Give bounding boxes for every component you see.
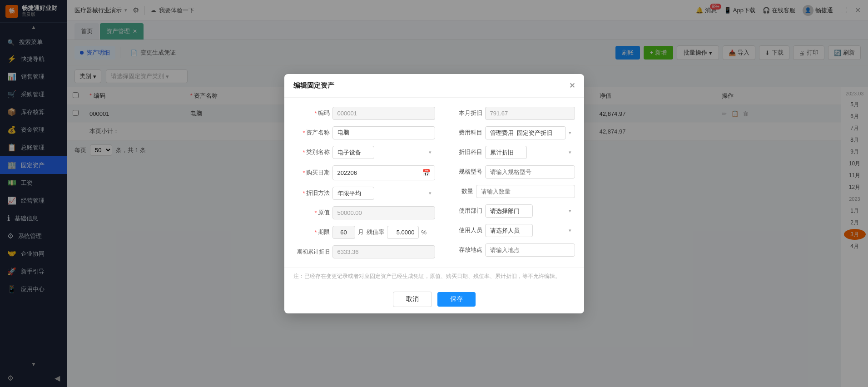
main-content: 医疗器械行业演示 ▾ ⚙ ☁ 我要体验一下 🔔 消息 99+ 📱 App下载 🎧… bbox=[67, 0, 868, 387]
code-label: 编码 bbox=[314, 109, 329, 117]
residual-rate-input[interactable] bbox=[387, 226, 419, 239]
monthly-dep-label: 本月折旧 bbox=[459, 109, 482, 117]
person-select[interactable]: 请选择人员 bbox=[485, 224, 533, 237]
field-quantity: 数量 bbox=[446, 185, 575, 198]
field-location: 存放地点 bbox=[446, 243, 575, 257]
expense-account-select[interactable]: 管理费用_固定资产折旧 bbox=[485, 126, 566, 139]
field-purchase-date: 购买日期 📅 bbox=[293, 165, 435, 180]
name-label: 资产名称 bbox=[303, 129, 329, 137]
field-department: 使用部门 请选择部门 ▾ bbox=[446, 204, 575, 218]
dep-account-arrow: ▾ bbox=[569, 149, 571, 155]
field-initial-dep: 期初累计折旧 bbox=[293, 245, 435, 258]
calendar-icon[interactable]: 📅 bbox=[418, 166, 435, 180]
dep-method-select[interactable]: 年限平均 bbox=[332, 187, 374, 200]
modal-footer: 取消 保存 bbox=[284, 285, 584, 313]
person-label: 使用人员 bbox=[459, 226, 482, 234]
category-select[interactable]: 电子设备 bbox=[332, 146, 374, 159]
category-label: 类别名称 bbox=[303, 148, 329, 156]
dep-method-arrow: ▾ bbox=[429, 190, 432, 196]
cancel-button[interactable]: 取消 bbox=[393, 292, 432, 307]
dept-arrow: ▾ bbox=[569, 208, 571, 214]
modal-overlay: 编辑固定资产 ✕ 编码 bbox=[67, 40, 868, 387]
person-arrow: ▾ bbox=[569, 228, 571, 233]
save-button[interactable]: 保存 bbox=[437, 292, 476, 307]
field-code: 编码 bbox=[293, 107, 435, 120]
dep-account-label: 折旧科目 bbox=[459, 148, 482, 156]
monthly-dep-input bbox=[485, 107, 575, 120]
department-label: 使用部门 bbox=[459, 207, 482, 215]
modal-note: 注：已经存在变更记录或者对应固定资产已经生成凭证，原值、购买日期、残值率、累计折… bbox=[284, 268, 584, 285]
field-term-residual: 期限 月 残值率 % bbox=[293, 226, 435, 239]
term-input[interactable] bbox=[332, 226, 355, 239]
field-expense-account: 费用科目 管理费用_固定资产折旧 ▾ bbox=[446, 126, 575, 139]
field-original-value: 原值 bbox=[293, 206, 435, 219]
residual-unit: % bbox=[422, 229, 427, 236]
name-input[interactable] bbox=[332, 126, 435, 139]
spec-label: 规格型号 bbox=[459, 168, 482, 176]
modal-title: 编辑固定资产 bbox=[293, 81, 334, 90]
edit-asset-modal: 编辑固定资产 ✕ 编码 bbox=[284, 74, 584, 313]
quantity-label: 数量 bbox=[461, 187, 473, 195]
field-person: 使用人员 请选择人员 ▾ bbox=[446, 224, 575, 237]
modal-grid: 编码 资产名称 bbox=[293, 107, 575, 258]
category-select-arrow: ▾ bbox=[429, 149, 432, 155]
original-value-label: 原值 bbox=[314, 208, 329, 217]
term-unit: 月 bbox=[358, 228, 364, 236]
term-label: 期限 bbox=[314, 228, 329, 236]
field-category: 类别名称 电子设备 ▾ bbox=[293, 146, 435, 159]
expense-account-arrow: ▾ bbox=[569, 130, 571, 136]
field-monthly-dep: 本月折旧 bbox=[446, 107, 575, 120]
field-dep-method: 折旧方法 年限平均 ▾ bbox=[293, 187, 435, 200]
location-label: 存放地点 bbox=[459, 246, 482, 254]
expense-account-label: 费用科目 bbox=[459, 129, 482, 137]
department-select[interactable]: 请选择部门 bbox=[485, 204, 533, 218]
main-area: 资产明细 📄 变更生成凭证 刷账 + 新增 批量操作 ▾ 📥 导入 bbox=[67, 40, 868, 387]
purchase-date-input[interactable] bbox=[333, 167, 418, 179]
quantity-input[interactable] bbox=[476, 185, 575, 198]
field-spec: 规格型号 bbox=[446, 165, 575, 179]
modal-header: 编辑固定资产 ✕ bbox=[284, 74, 584, 98]
initial-dep-label: 期初累计折旧 bbox=[297, 248, 330, 256]
dep-method-label: 折旧方法 bbox=[303, 189, 329, 197]
code-input[interactable] bbox=[332, 107, 435, 120]
original-value-input[interactable] bbox=[332, 206, 435, 219]
location-input[interactable] bbox=[485, 243, 575, 257]
purchase-date-label: 购买日期 bbox=[303, 169, 329, 177]
modal-close-button[interactable]: ✕ bbox=[569, 81, 575, 90]
spec-input[interactable] bbox=[485, 165, 575, 179]
field-dep-account: 折旧科目 累计折旧 ▾ bbox=[446, 146, 575, 159]
initial-dep-input[interactable] bbox=[332, 245, 435, 258]
modal-body: 编码 资产名称 bbox=[284, 98, 584, 268]
residual-rate-label: 残值率 bbox=[367, 228, 384, 236]
field-name: 资产名称 bbox=[293, 126, 435, 139]
dep-account-select[interactable]: 累计折旧 bbox=[485, 146, 527, 159]
